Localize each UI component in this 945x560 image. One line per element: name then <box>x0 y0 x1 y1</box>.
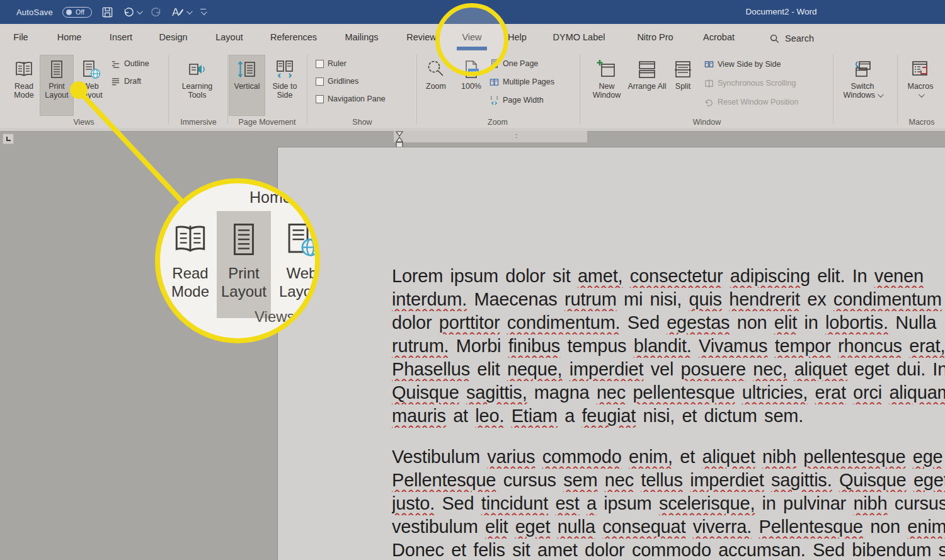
tab-help[interactable]: Help <box>508 32 527 42</box>
new-window-icon <box>597 59 617 79</box>
group-divider <box>416 55 417 124</box>
tab-home[interactable]: Home <box>57 32 82 42</box>
callout-web-layout-button: Web Layout <box>273 221 320 300</box>
quick-access-toolbar: AutoSave Off <box>16 0 206 24</box>
pen-style-button[interactable] <box>171 6 191 18</box>
view-tab-highlight-ring <box>435 3 508 76</box>
sync-scrolling-icon <box>704 79 714 88</box>
group-label-show: Show <box>309 118 416 127</box>
autosave-state: Off <box>76 8 84 16</box>
print-layout-icon <box>47 59 67 79</box>
reset-position-icon <box>704 98 714 107</box>
checkbox-icon <box>316 95 324 103</box>
group-label-views: Views <box>5 118 163 127</box>
page-width-button[interactable]: Page Width <box>490 94 544 106</box>
reset-window-position-button: Reset Window Position <box>704 96 799 108</box>
search-label: Search <box>785 33 814 43</box>
callout-read-mode-button: Read Mode <box>165 221 215 300</box>
text-line: vestibulum elit eget nulla consequat viv… <box>392 515 945 539</box>
side-to-side-icon <box>275 59 295 79</box>
callout-print-layout-button: Print Layout <box>217 211 271 318</box>
callout-anchor-dot <box>70 81 88 99</box>
tab-review[interactable]: Review <box>406 32 437 42</box>
navigation-pane-checkbox[interactable]: Navigation Pane <box>316 93 386 105</box>
toggle-knob-icon <box>66 9 72 15</box>
vertical-icon <box>237 59 257 79</box>
tab-insert[interactable]: Insert <box>110 32 132 42</box>
group-divider <box>227 55 228 124</box>
autosave-toggle[interactable]: Off <box>62 7 92 18</box>
group-divider <box>168 55 169 124</box>
save-icon[interactable] <box>101 6 113 18</box>
outline-button[interactable]: Outline <box>111 58 149 69</box>
tab-nitro-pro[interactable]: Nitro Pro <box>637 32 673 42</box>
side-to-side-button[interactable]: Side to Side <box>266 55 303 115</box>
read-mode-icon <box>14 59 34 79</box>
group-label-immersive: Immersive <box>170 118 227 127</box>
page-width-icon <box>490 96 499 105</box>
undo-icon <box>123 6 134 18</box>
tab-design[interactable]: Design <box>159 32 187 42</box>
magnified-callout-circle: Home Read Mode Print Layout Web Layout V… <box>155 178 320 343</box>
split-button[interactable]: Split <box>668 55 697 115</box>
read-mode-button[interactable]: Read Mode <box>9 55 39 115</box>
customize-quick-access-button[interactable] <box>200 9 206 16</box>
group-divider <box>307 55 307 124</box>
tab-references[interactable]: References <box>270 32 317 42</box>
window-title: Document2 - Word <box>693 0 869 24</box>
chevron-down-icon <box>201 9 207 15</box>
group-label-window: Window <box>583 118 831 127</box>
text-line: Pellentesque cursus sem nec tellus imper… <box>392 469 945 492</box>
redo-icon[interactable] <box>151 6 162 18</box>
arrange-all-button[interactable]: Arrange All <box>627 55 667 115</box>
indent-markers-icon[interactable] <box>395 131 404 149</box>
side-by-side-icon <box>704 60 714 69</box>
outline-icon <box>111 59 120 69</box>
text-line: Donec et felis sit amet dolor commodo ac… <box>392 539 945 560</box>
tab-acrobat[interactable]: Acrobat <box>703 32 735 42</box>
group-divider <box>580 55 580 124</box>
gridlines-checkbox[interactable]: Gridlines <box>316 76 358 87</box>
text-line: rutrum. Morbi finibus tempus blandit. Vi… <box>392 334 945 358</box>
arrange-all-icon <box>637 59 657 79</box>
draft-button[interactable]: Draft <box>111 76 141 87</box>
view-side-by-side-button[interactable]: View Side by Side <box>704 59 781 70</box>
tab-file[interactable]: File <box>13 32 28 42</box>
text-line: Lorem ipsum dolor sit amet, consectetur … <box>392 265 945 288</box>
multiple-pages-button[interactable]: Multiple Pages <box>490 76 554 88</box>
switch-windows-button[interactable]: Switch Windows <box>840 55 885 115</box>
learning-tools-button[interactable]: Learning Tools <box>177 55 217 115</box>
text-line: interdum. Maecenas rutrum mi nisi, quis … <box>392 288 945 311</box>
undo-button[interactable] <box>123 6 141 18</box>
text-line: Quisque sagittis, magna nec pellentesque… <box>392 381 945 404</box>
text-line: justo. Sed tincidunt est a ipsum sceleri… <box>392 492 945 515</box>
print-layout-button[interactable]: Print Layout <box>40 55 73 115</box>
chevron-down-icon <box>878 91 884 98</box>
chevron-down-icon <box>137 8 143 14</box>
macros-button[interactable]: Macros <box>902 55 939 115</box>
synchronous-scrolling-button: Synchronous Scrolling <box>704 77 796 89</box>
document-text: Lorem ipsum dolor sit amet, consectetur … <box>392 265 945 560</box>
search-control[interactable]: Search <box>770 24 814 53</box>
new-window-button[interactable]: New Window <box>588 55 625 115</box>
text-line: Phasellus elit neque, imperdiet vel posu… <box>392 358 945 381</box>
group-label-macros: Macros <box>900 118 944 127</box>
chevron-down-icon <box>918 91 924 98</box>
learning-tools-icon <box>187 59 207 79</box>
vertical-button[interactable]: Vertical <box>229 55 265 115</box>
tab-stop-selector[interactable] <box>3 134 14 144</box>
ruler-tick: : <box>515 132 517 139</box>
autosave-label: AutoSave <box>16 8 53 17</box>
tab-stop-l-icon <box>6 137 11 141</box>
switch-windows-icon <box>852 59 873 79</box>
tab-layout[interactable]: Layout <box>215 32 243 42</box>
tab-mailings[interactable]: Mailings <box>345 32 378 42</box>
search-icon <box>770 34 779 43</box>
ruler-checkbox[interactable]: Ruler <box>316 58 346 69</box>
web-layout-icon <box>81 59 101 79</box>
paragraph: Vestibulum varius commodo enim, et aliqu… <box>392 445 945 560</box>
macros-icon <box>910 59 931 79</box>
tab-dymo-label[interactable]: DYMO Label <box>553 32 605 42</box>
horizontal-ruler[interactable]: : <box>394 131 587 142</box>
text-line: Vestibulum varius commodo enim, et aliqu… <box>392 445 945 469</box>
